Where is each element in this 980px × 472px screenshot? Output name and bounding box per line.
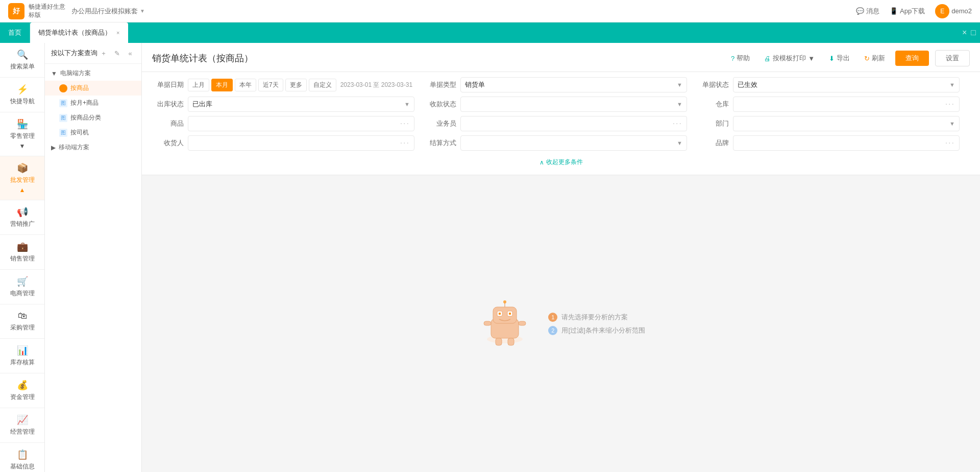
window-max-btn[interactable]: □ (971, 28, 976, 37)
svg-rect-11 (496, 338, 502, 345)
app-download-btn[interactable]: 📱 App下载 (890, 7, 925, 16)
filter-cell-salesperson: 业务员 ··· (425, 116, 697, 131)
filter-cell-date: 单据日期 上月 本月 本年 近7天 更多 自定义 2023-03-01 至 20… (152, 77, 425, 92)
salesperson-more-icon: ··· (673, 119, 682, 128)
settings-btn[interactable]: 设置 (935, 50, 970, 66)
svg-rect-10 (519, 321, 526, 325)
brand-selector[interactable]: ··· (733, 135, 960, 151)
doc-status-value: 已生效 (738, 80, 949, 89)
retail-icon: 🏪 (17, 119, 28, 130)
tree-item-by-category[interactable]: 图 按商品分类 (45, 110, 141, 125)
filter-row-2: 出库状态 已出库 ▼ 收款状态 ▼ 仓库 (152, 97, 970, 112)
receiver-selector[interactable]: ··· (188, 135, 414, 151)
refresh-btn[interactable]: ↻ 刷新 (860, 52, 889, 65)
tab-active[interactable]: 销货单统计表（按商品） × (30, 22, 128, 43)
tab-close-icon[interactable]: × (116, 30, 119, 36)
sidebar-item-inventory[interactable]: 📊 库存核算 (0, 339, 44, 373)
step-num-2: 2 (548, 326, 557, 335)
add-scheme-btn[interactable]: + (99, 48, 109, 58)
edit-scheme-btn[interactable]: ✎ (112, 48, 122, 58)
sidebar: 🔍 搜索菜单 ⚡ 快捷导航 🏪 零售管理 ▼ 📦 批发管理 ▲ 📢 营销推广 💼… (0, 43, 45, 472)
filter-cell-brand: 品牌 ··· (697, 135, 970, 151)
empty-step-1: 1 请先选择要分析的方案 (548, 313, 645, 322)
collapse-panel-btn[interactable]: « (125, 48, 135, 58)
sidebar-search[interactable]: 🔍 搜索菜单 (0, 43, 44, 78)
tree-group-desktop[interactable]: ▼ 电脑端方案 (45, 66, 141, 81)
svg-rect-12 (508, 338, 514, 345)
sidebar-item-sales[interactable]: 💼 销售管理 (0, 235, 44, 270)
message-btn[interactable]: 💬 消息 (856, 7, 879, 16)
tree-item-by-month-goods[interactable]: 图 按月+商品 (45, 96, 141, 110)
pay-status-arrow-icon: ▼ (677, 101, 682, 107)
download-icon: 📱 (890, 7, 898, 15)
window-close-btn[interactable]: × (962, 28, 967, 37)
pay-status-label: 收款状态 (425, 100, 460, 109)
sidebar-item-basic-info[interactable]: 📋 基础信息 (0, 443, 44, 472)
nav-icon: ⚡ (17, 84, 28, 95)
doc-type-selector[interactable]: 销货单 ▼ (460, 77, 687, 92)
sidebar-item-marketing[interactable]: 📢 营销推广 (0, 200, 44, 235)
date-btn-this-year[interactable]: 本年 (235, 79, 256, 91)
sidebar-item-ecommerce[interactable]: 🛒 电商管理 (0, 270, 44, 304)
warehouse-selector[interactable]: ··· (733, 97, 960, 112)
marketing-icon: 📢 (17, 206, 28, 218)
tab-home[interactable]: 首页 (0, 22, 30, 43)
salesperson-label: 业务员 (425, 119, 460, 128)
tree-group-mobile[interactable]: ▶ 移动端方案 (45, 140, 141, 155)
svg-rect-6 (509, 313, 511, 315)
pay-status-selector[interactable]: ▼ (460, 97, 687, 112)
scheme-icon-2: 图 (59, 114, 67, 122)
salesperson-selector[interactable]: ··· (460, 116, 687, 131)
finance-icon: 💰 (17, 380, 28, 391)
page-title: 销货单统计表（按商品） (152, 52, 253, 64)
logo-icon: 好 (8, 3, 24, 19)
out-status-selector[interactable]: 已出库 ▼ (188, 97, 414, 112)
doc-status-selector[interactable]: 已生效 ▼ (733, 77, 960, 92)
filter-cell-settle: 结算方式 ▼ (425, 135, 697, 151)
tree-item-by-driver[interactable]: 图 按司机 (45, 125, 141, 140)
date-btn-custom[interactable]: 自定义 (309, 79, 336, 91)
export-btn[interactable]: ⬇ 导出 (825, 52, 854, 65)
goods-more-icon: ··· (400, 119, 410, 128)
department-selector[interactable]: ▼ (733, 116, 960, 131)
receiver-more-icon: ··· (400, 138, 410, 148)
query-btn[interactable]: 查询 (895, 51, 929, 66)
brand-more-icon: ··· (945, 138, 955, 148)
help-btn[interactable]: ? 帮助 (727, 52, 754, 65)
sidebar-item-purchase[interactable]: 🛍 采购管理 (0, 304, 44, 339)
tree-item-by-goods[interactable]: 按商品 (45, 81, 141, 96)
filter-section: 单据日期 上月 本月 本年 近7天 更多 自定义 2023-03-01 至 20… (142, 72, 980, 175)
purchase-icon: 🛍 (18, 311, 27, 321)
filter-cell-receiver: 收货人 ··· (152, 135, 425, 151)
settle-selector[interactable]: ▼ (460, 135, 687, 151)
settle-arrow-icon: ▼ (677, 140, 682, 146)
date-btn-7days[interactable]: 近7天 (258, 79, 283, 91)
wholesale-icon: 📦 (17, 162, 28, 174)
scheme-icon-1: 图 (59, 99, 67, 107)
empty-state: 1 请先选择要分析的方案 2 用[过滤]条件来缩小分析范围 (142, 175, 980, 472)
industry-selector[interactable]: 办公用品行业模拟账套 ▼ (71, 7, 145, 16)
department-label: 部门 (697, 119, 733, 128)
page-actions: ? 帮助 🖨 按模板打印 ▼ ⬇ 导出 ↻ 刷新 查询 设置 (727, 50, 970, 66)
date-btn-last-month[interactable]: 上月 (188, 79, 209, 91)
sidebar-item-wholesale[interactable]: 📦 批发管理 ▲ (0, 156, 44, 200)
sidebar-item-retail[interactable]: 🏪 零售管理 ▼ (0, 112, 44, 156)
filter-cell-doc-type: 单据类型 销货单 ▼ (425, 77, 697, 92)
date-btn-this-month[interactable]: 本月 (211, 79, 233, 91)
filter-cell-department: 部门 ▼ (697, 116, 970, 131)
sidebar-item-finance[interactable]: 💰 资金管理 (0, 373, 44, 408)
collapse-filters-btn[interactable]: ∧ 收起更多条件 (152, 155, 970, 170)
sidebar-item-operations[interactable]: 📈 经营管理 (0, 408, 44, 443)
goods-selector[interactable]: ··· (188, 116, 414, 131)
user-profile-btn[interactable]: E demo2 (935, 4, 972, 18)
print-btn[interactable]: 🖨 按模板打印 ▼ (760, 52, 819, 65)
left-panel: 按以下方案查询 + ✎ « ▼ 电脑端方案 按商品 (45, 43, 142, 472)
tab-bar: 首页 销货单统计表（按商品） × × □ (0, 22, 980, 43)
date-btn-more[interactable]: 更多 (285, 79, 307, 91)
sidebar-quick-nav[interactable]: ⚡ 快捷导航 (0, 78, 44, 112)
goods-label: 商品 (152, 119, 188, 128)
message-icon: 💬 (856, 7, 864, 15)
date-filter-controls: 上月 本月 本年 近7天 更多 自定义 2023-03-01 至 2023-03… (188, 79, 425, 91)
department-arrow-icon: ▼ (949, 121, 955, 127)
tree-section: ▼ 电脑端方案 按商品 图 按月+商品 图 按商品分类 图 按司机 ▶ 移动端方… (45, 64, 141, 157)
